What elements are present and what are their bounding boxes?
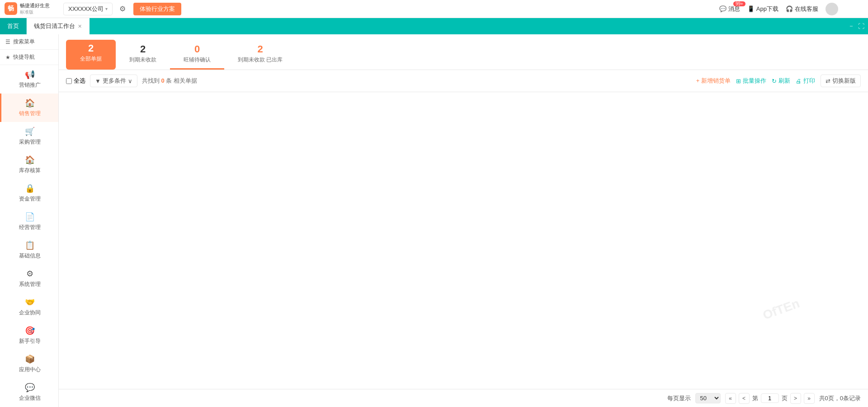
- sidebar-item-cggl[interactable]: 🛒 采购管理: [0, 122, 58, 150]
- switch-btn[interactable]: ⇄ 切换新版: [821, 75, 861, 87]
- batch-btn[interactable]: ⊞ 批量操作: [736, 77, 766, 85]
- megaphone-icon: 📢: [25, 70, 35, 80]
- sidebar-item-xtgl[interactable]: ⚙ 系统管理: [0, 264, 58, 293]
- inventory-icon: 🏠: [25, 155, 35, 165]
- sidebar-item-jcxx[interactable]: 📋 基础信息: [0, 236, 58, 264]
- add-sale-btn[interactable]: + 新增销货单: [696, 77, 731, 85]
- sidebar-item-xsyd[interactable]: 🎯 新手引导: [0, 321, 58, 350]
- sidebar-item-zjgl[interactable]: 🔒 资金管理: [0, 179, 58, 207]
- main-content: 2 全部单据 2 到期未收款 0 旺辅待确认 2 到期未收款 已出库 全选: [59, 34, 868, 407]
- minimize-icon[interactable]: －: [848, 22, 854, 30]
- refresh-icon: ↻: [772, 78, 777, 84]
- dropdown-arrow-icon: ▾: [105, 6, 108, 11]
- tab-card-num-overdue-out: 2: [258, 43, 263, 55]
- logo-icon: 畅: [5, 2, 17, 15]
- prev-page-btn[interactable]: <: [739, 393, 750, 404]
- sidebar-item-yyzx[interactable]: 📦 应用中心: [0, 350, 58, 378]
- result-count: 0: [161, 77, 165, 84]
- tab-card-num-wangfu: 0: [194, 43, 200, 55]
- tab-card-num-all: 2: [88, 42, 94, 54]
- tab-card-num-overdue: 2: [140, 43, 146, 55]
- message-badge: 99+: [733, 1, 745, 6]
- tab-card-all[interactable]: 2 全部单据: [66, 40, 116, 70]
- pagination: « < 第 页 > »: [725, 393, 815, 404]
- all-checkbox-input[interactable]: [66, 78, 72, 84]
- footer-pagination: 每页显示 50 100 200 « < 第 页 > »: [59, 389, 868, 407]
- sidebar-item-xsgl[interactable]: 🏠 销售管理: [0, 94, 58, 122]
- sidebar-search[interactable]: ☰ 搜索菜单: [0, 34, 58, 50]
- company-selector[interactable]: XXXXXX公司 ▾: [63, 3, 113, 15]
- guide-icon: 🎯: [25, 326, 35, 336]
- app-download-btn[interactable]: 📱 App下载: [747, 5, 778, 13]
- tab-card-label-wangfu: 旺辅待确认: [184, 56, 211, 64]
- total-count: 共0页，0条记录: [819, 394, 861, 402]
- service-icon: 🎧: [786, 5, 793, 12]
- trial-btn[interactable]: 体验行业方案: [133, 3, 181, 15]
- sidebar-item-kchsh[interactable]: 🏠 库存核算: [0, 150, 58, 179]
- refresh-btn[interactable]: ↻ 刷新: [772, 77, 790, 85]
- sidebar-item-jygl[interactable]: 📄 经营管理: [0, 207, 58, 236]
- page-number-input[interactable]: [761, 393, 779, 403]
- print-icon: 🖨: [796, 78, 802, 84]
- first-page-btn[interactable]: «: [725, 393, 736, 404]
- star-icon: ★: [5, 54, 10, 61]
- settings-icon[interactable]: ⚙: [116, 3, 129, 15]
- avatar[interactable]: [826, 3, 838, 15]
- chevron-down-icon: ∨: [128, 78, 132, 84]
- tab-qhdq[interactable]: 钱货日清工作台 ✕: [27, 18, 90, 34]
- select-all-checkbox[interactable]: 全选: [66, 77, 85, 85]
- collab-icon: 🤝: [25, 297, 35, 307]
- batch-icon: ⊞: [736, 78, 741, 84]
- logo-text: 畅捷通好生意: [20, 2, 50, 9]
- tab-cards: 2 全部单据 2 到期未收款 0 旺辅待确认 2 到期未收款 已出库: [59, 34, 868, 70]
- user-name[interactable]: [845, 3, 863, 15]
- sidebar-quick-nav[interactable]: ★ 快捷导航: [0, 50, 58, 65]
- logo-badge: 标准版: [20, 9, 50, 15]
- info-icon: 📋: [25, 240, 35, 250]
- app-icon: 📦: [25, 354, 35, 364]
- wechat-icon: 💬: [25, 383, 35, 393]
- system-icon: ⚙: [26, 269, 33, 279]
- tab-close-icon[interactable]: ✕: [78, 23, 82, 29]
- logo-area: 畅 畅捷通好生意 标准版: [5, 2, 63, 15]
- tab-card-label-overdue: 到期未收款: [129, 56, 156, 64]
- page-size-select[interactable]: 50 100 200: [695, 393, 721, 403]
- nav-tabs: 首页 钱货日清工作台 ✕ － ⛶: [0, 18, 868, 34]
- tab-card-label-overdue-out: 到期未收款 已出库: [238, 56, 283, 64]
- filter-btn[interactable]: ▼ 更多条件 ∨: [90, 75, 137, 87]
- online-service-btn[interactable]: 🎧 在线客服: [786, 5, 818, 13]
- filter-icon: ▼: [95, 78, 101, 84]
- header-right: 💬 消息 99+ 📱 App下载 🎧 在线客服: [719, 3, 863, 15]
- tab-card-overdue[interactable]: 2 到期未收款: [116, 40, 170, 70]
- tab-card-label-all: 全部单据: [80, 55, 102, 63]
- switch-icon: ⇄: [826, 78, 830, 84]
- sales-icon: 🏠: [25, 98, 35, 108]
- next-page-btn[interactable]: >: [790, 393, 801, 404]
- print-btn[interactable]: 🖨 打印: [796, 77, 815, 85]
- business-icon: 📄: [25, 212, 35, 222]
- sidebar-item-qywx[interactable]: 💬 企业微信: [0, 378, 58, 407]
- message-btn[interactable]: 💬 消息 99+: [719, 5, 740, 13]
- tab-card-wangfu[interactable]: 0 旺辅待确认: [170, 40, 224, 70]
- finance-icon: 🔒: [25, 183, 35, 193]
- purchase-icon: 🛒: [25, 126, 35, 136]
- last-page-btn[interactable]: »: [804, 393, 815, 404]
- search-icon: ☰: [5, 39, 10, 45]
- nav-actions: － ⛶: [848, 22, 868, 30]
- sidebar-item-qyxt[interactable]: 🤝 企业协同: [0, 293, 58, 321]
- download-icon: 📱: [747, 5, 755, 12]
- tab-home[interactable]: 首页: [0, 18, 27, 34]
- toolbar-right: + 新增销货单 ⊞ 批量操作 ↻ 刷新 🖨 打印 ⇄ 切换新版: [696, 75, 861, 87]
- tab-card-overdue-out[interactable]: 2 到期未收款 已出库: [224, 40, 296, 70]
- sidebar-item-yxtg[interactable]: 📢 营销推广: [0, 65, 58, 94]
- top-header: 畅 畅捷通好生意 标准版 XXXXXX公司 ▾ ⚙ 体验行业方案 💬 消息 99…: [0, 0, 868, 18]
- table-area: [59, 92, 868, 389]
- result-text: 共找到 0 条 相关单据: [142, 77, 197, 85]
- toolbar-left: 全选 ▼ 更多条件 ∨ 共找到 0 条 相关单据: [66, 75, 197, 87]
- sidebar: ☰ 搜索菜单 ★ 快捷导航 📢 营销推广 🏠 销售管理 🛒 采购管理 🏠 库存核…: [0, 34, 59, 407]
- maximize-icon[interactable]: ⛶: [858, 23, 864, 30]
- message-icon: 💬: [719, 5, 726, 12]
- main-layout: ☰ 搜索菜单 ★ 快捷导航 📢 营销推广 🏠 销售管理 🛒 采购管理 🏠 库存核…: [0, 34, 868, 407]
- toolbar: 全选 ▼ 更多条件 ∨ 共找到 0 条 相关单据 + 新增销货单 ⊞: [59, 70, 868, 92]
